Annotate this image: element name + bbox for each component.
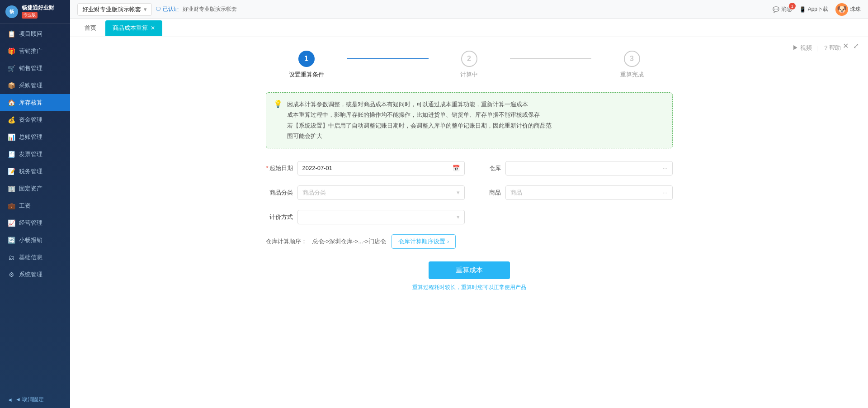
sidebar-item-label: 工资 <box>19 202 31 210</box>
basic-icon: 🗂 <box>7 254 15 261</box>
start-date-label: 起始日期 <box>266 164 293 172</box>
help-link[interactable]: ? 帮助 <box>824 44 841 52</box>
sidebar-item-finance[interactable]: 💰 资金管理 <box>0 111 70 128</box>
expense-icon: 🔄 <box>7 237 15 244</box>
main-area: 好业财专业版演示帐套 ▾ 🛡 已认证 好业财专业版演示帐套 💬 消息 1 📱 A… <box>70 0 868 408</box>
sidebar-item-purchase[interactable]: 📦 采购管理 <box>0 77 70 94</box>
sidebar-header: 畅 畅捷通好业财 专业版 <box>0 0 70 24</box>
account-selector[interactable]: 好业财专业版演示帐套 ▾ <box>77 3 152 16</box>
step-2: 2 计算中 <box>429 51 510 79</box>
sidebar-item-operations[interactable]: 📈 经营管理 <box>0 214 70 232</box>
sidebar-pin-toggle[interactable]: ◄ ◄ 取消固定 <box>0 391 70 408</box>
accounting-icon: 📊 <box>7 133 15 141</box>
goods-input[interactable]: 商品 ··· <box>505 185 673 200</box>
sidebar-item-label: 税务管理 <box>19 167 42 176</box>
sidebar-item-label: 发票管理 <box>19 150 42 158</box>
sidebar-item-accounting[interactable]: 📊 总账管理 <box>0 128 70 146</box>
warehouse-field: 仓库 ··· <box>474 161 673 176</box>
topbar: 好业财专业版演示帐套 ▾ 🛡 已认证 好业财专业版演示帐套 💬 消息 1 📱 A… <box>70 0 868 19</box>
sidebar-app-name: 畅捷通好业财 <box>22 5 54 11</box>
system-icon: ⚙ <box>7 271 15 278</box>
topbar-right: 💬 消息 1 📱 App下载 🐶 珠珠 <box>773 3 861 16</box>
app-download-button[interactable]: 📱 App下载 <box>799 5 828 13</box>
warehouse-order-row: 仓库计算顺序： 总仓->深圳仓库->...->门店仓 仓库计算顺序设置 › <box>266 234 673 249</box>
chevron-down-icon: ▾ <box>457 213 460 220</box>
pin-label: ◄ 取消固定 <box>15 396 44 403</box>
sidebar-nav: 📋 项目顾问 🎁 营销推广 🛒 销售管理 📦 采购管理 🏠 库存核算 💰 资金管… <box>0 24 70 391</box>
goods-label: 商品 <box>474 189 501 197</box>
warehouse-input[interactable]: ··· <box>505 161 673 176</box>
sidebar-item-system[interactable]: ⚙ 系统管理 <box>0 266 70 283</box>
steps-container: 1 设置重算条件 2 计算中 3 <box>266 51 673 79</box>
messages-button[interactable]: 💬 消息 1 <box>773 5 792 13</box>
step-1: 1 设置重算条件 <box>266 51 347 79</box>
sidebar-item-label: 小畅报销 <box>19 236 42 244</box>
submit-area: 重算成本 重算过程耗时较长，重算时您可以正常使用产品 <box>266 261 673 291</box>
sidebar-title-group: 畅捷通好业财 专业版 <box>22 5 54 19</box>
marketing-icon: 🎁 <box>7 47 15 55</box>
sidebar-item-basic[interactable]: 🗂 基础信息 <box>0 249 70 266</box>
chevron-right-icon: › <box>447 238 449 245</box>
steps-inner: 1 设置重算条件 2 计算中 3 <box>266 51 673 79</box>
submit-label: 重算成本 <box>456 266 483 274</box>
sidebar-item-invoice[interactable]: 🧾 发票管理 <box>0 146 70 163</box>
shield-icon: 🛡 <box>156 6 161 13</box>
warehouse-order-label: 仓库计算顺序： <box>266 237 307 246</box>
window-controls: ✕ ⤢ <box>843 42 859 50</box>
category-field: 商品分类 商品分类 ▾ <box>266 185 465 200</box>
sidebar-item-expense[interactable]: 🔄 小畅报销 <box>0 232 70 249</box>
sidebar-item-sales[interactable]: 🛒 销售管理 <box>0 60 70 77</box>
messages-badge: 1 <box>789 3 796 9</box>
sidebar-item-label: 固定资产 <box>19 185 42 193</box>
play-icon: ▶ <box>793 44 798 51</box>
sidebar-item-label: 项目顾问 <box>19 30 42 38</box>
category-placeholder: 商品分类 <box>302 189 326 197</box>
tabbar: 首页 商品成本重算 ✕ <box>70 19 868 37</box>
sidebar-item-marketing[interactable]: 🎁 营销推广 <box>0 43 70 60</box>
payroll-icon: 💼 <box>7 202 15 209</box>
app-download-label: App下载 <box>808 5 828 13</box>
content-area: ✕ ⤢ ▶ 视频 | ? 帮助 1 设置重算条件 <box>70 37 868 408</box>
sidebar-item-assets[interactable]: 🏢 固定资产 <box>0 180 70 197</box>
category-select[interactable]: 商品分类 ▾ <box>297 185 465 200</box>
step-1-label: 设置重算条件 <box>289 71 324 79</box>
tab-cost-recalc[interactable]: 商品成本重算 ✕ <box>105 20 162 36</box>
question-icon: ? <box>824 44 827 51</box>
user-menu[interactable]: 🐶 珠珠 <box>835 3 861 16</box>
start-date-field: 起始日期 2022-07-01 📅 <box>266 161 465 176</box>
sidebar-item-label: 销售管理 <box>19 64 42 72</box>
warehouse-label: 仓库 <box>474 164 501 172</box>
sidebar-item-label: 采购管理 <box>19 81 42 90</box>
video-link[interactable]: ▶ 视频 <box>793 44 812 52</box>
tab-close-icon[interactable]: ✕ <box>151 25 155 31</box>
chevron-down-icon: ▾ <box>457 189 460 196</box>
submit-hint: 重算过程耗时较长，重算时您可以正常使用产品 <box>266 284 673 291</box>
start-date-value: 2022-07-01 <box>302 165 333 171</box>
submit-button[interactable]: 重算成本 <box>429 261 510 279</box>
calendar-icon: 📅 <box>453 165 460 171</box>
purchase-icon: 📦 <box>7 82 15 89</box>
sales-icon: 🛒 <box>7 65 15 72</box>
pricing-label: 计价方式 <box>266 213 293 221</box>
sidebar-item-label: 总账管理 <box>19 133 42 141</box>
start-date-input[interactable]: 2022-07-01 📅 <box>297 161 465 176</box>
step-2-label: 计算中 <box>460 71 478 79</box>
info-icon: 💡 <box>274 100 283 142</box>
sidebar-item-project[interactable]: 📋 项目顾问 <box>0 25 70 43</box>
step-3-label: 重算完成 <box>620 71 644 79</box>
expand-button[interactable]: ⤢ <box>853 42 859 50</box>
tab-home[interactable]: 首页 <box>77 20 104 36</box>
goods-field: 商品 商品 ··· <box>474 185 673 200</box>
warehouse-order-btn[interactable]: 仓库计算顺序设置 › <box>392 234 456 249</box>
close-button[interactable]: ✕ <box>843 42 849 50</box>
pricing-select[interactable]: ▾ <box>297 210 465 224</box>
avatar: 🐶 <box>835 3 848 16</box>
sidebar-item-tax[interactable]: 📝 税务管理 <box>0 163 70 180</box>
sidebar-item-payroll[interactable]: 💼 工资 <box>0 197 70 214</box>
sidebar-item-label: 库存核算 <box>19 99 42 107</box>
sidebar: 畅 畅捷通好业财 专业版 📋 项目顾问 🎁 营销推广 🛒 销售管理 📦 采购管理… <box>0 0 70 408</box>
chevron-down-icon: ▾ <box>144 6 147 13</box>
sidebar-item-inventory[interactable]: 🏠 库存核算 <box>0 94 70 111</box>
invoice-icon: 🧾 <box>7 151 15 158</box>
user-name: 珠珠 <box>850 5 861 13</box>
